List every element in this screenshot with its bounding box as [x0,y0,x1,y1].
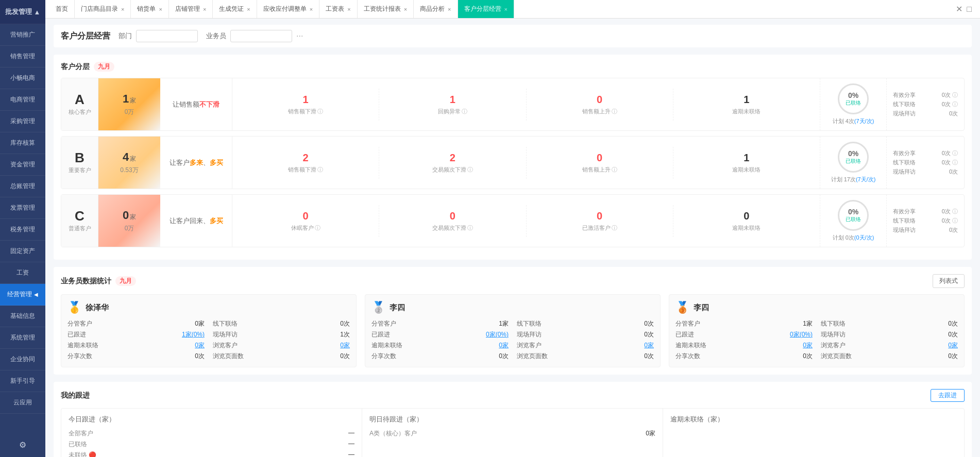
tier-a-name: 核心客户 [69,108,91,116]
tier-a-actions: 有效分享 0次 ⓘ 线下联络 0次 ⓘ 现场拜访 0次 [887,78,964,130]
metric-c-1: 0 休眠客户 ⓘ [232,205,379,237]
followup-col-overdue: 逾期未联络（家） [663,409,964,457]
tab-close-icon[interactable]: × [121,6,124,12]
info-icon[interactable]: ⓘ [317,166,323,174]
sidebar-item-ecom[interactable]: 电商管理 [0,89,45,111]
sidebar-item-label: 企业协同 [10,356,35,363]
tier-a-letter: A [75,93,85,106]
sales-filter: 业务员 ··· [206,30,303,42]
followup-col-today-title: 今日跟进（家） [69,415,354,424]
sidebar-item-cloud[interactable]: 云应用 [0,392,45,414]
metric-b-2: 2 交易频次下滑 ⓘ [379,147,526,179]
info-icon[interactable]: ⓘ [462,108,467,115]
sidebar-item-purchase[interactable]: 采购管理 [0,111,45,132]
tab-close-icon[interactable]: × [404,6,407,12]
list-view-button[interactable]: 列表式 [933,274,965,288]
sidebar-item-assets[interactable]: 固定资产 [0,241,45,262]
sidebar-item-inventory[interactable]: 库存核算 [0,132,45,154]
info-icon[interactable]: ⓘ [317,108,323,115]
salesman-1-name: 徐泽华 [86,303,109,313]
tab-store-products[interactable]: 门店商品目录 × [75,0,131,19]
sidebar-item-tax[interactable]: 税务管理 [0,219,45,241]
stat-row: 分享次数 0次 [67,352,205,361]
tab-store-mgmt[interactable]: 店铺管理 × [169,0,213,19]
sidebar-item-basic[interactable]: 基础信息 [0,306,45,327]
info-icon[interactable]: ⓘ [467,166,473,174]
tab-close-icon[interactable]: × [310,6,313,12]
sidebar-item-label: 税务管理 [10,226,35,233]
tab-customer-tier[interactable]: 客户分层经营 × [458,0,514,19]
tab-ar-ap[interactable]: 应收应付调整单 × [257,0,319,19]
medal-2-icon: 🥈 [371,301,385,314]
sidebar-item-management[interactable]: 经营管理 ◀ [0,284,45,306]
info-icon[interactable]: ⓘ [612,166,617,174]
info-icon[interactable]: ⓘ [612,108,617,115]
sidebar-item-salary[interactable]: 工资 [0,262,45,284]
sidebar-item-finance[interactable]: 资金管理 [0,154,45,176]
info-icon[interactable]: ⓘ [952,159,958,165]
tab-label: 工资表 [326,5,344,13]
info-icon[interactable]: ⓘ [952,101,958,107]
stat-row: 线下联络 0次 [517,319,654,328]
sidebar-gear-button[interactable]: ⚙ [0,433,45,457]
sidebar-item-invoice[interactable]: 发票管理 [0,197,45,219]
tab-close-icon[interactable]: × [247,6,250,12]
sidebar-item-label: 资金管理 [10,161,35,168]
tab-close-icon[interactable]: × [347,6,350,12]
sidebar-item-collab[interactable]: 企业协同 [0,349,45,370]
stat-row: 已跟进 0家(0%) [371,330,509,339]
sidebar-item-system[interactable]: 系统管理 [0,327,45,349]
tier-a-suggestion: 让销售额不下滑 [160,78,232,130]
info-icon[interactable]: ⓘ [952,208,958,214]
sidebar-expand-icon: ◀ [34,292,38,297]
info-icon[interactable]: ⓘ [952,217,958,224]
tier-c-actions: 有效分享 0次 ⓘ 线下联络 0次 ⓘ 现场拜访 0次 [887,195,964,247]
tier-c-count: 0家 0万 [98,195,160,247]
tab-sales-order[interactable]: 销货单 × [131,0,168,19]
sidebar-top-item[interactable]: 批发管理 ▲ [0,0,45,24]
info-icon[interactable]: ⓘ [612,224,617,232]
sidebar-item-label: 小畅电商 [10,74,35,81]
stat-row: 线下联络 0次 [213,319,350,328]
info-icon[interactable]: ⓘ [952,92,958,98]
tab-label: 销货单 [137,5,156,13]
tier-b-letter: B [75,151,85,164]
tab-payroll-report[interactable]: 工资统计报表 × [358,0,414,19]
tab-label: 商品分析 [420,5,445,13]
tab-close-icon[interactable]: × [203,6,206,12]
sidebar-item-guide[interactable]: 新手引导 [0,370,45,392]
tab-close-icon[interactable]: × [159,6,162,12]
sidebar-item-marketing[interactable]: 营销推广 [0,24,45,46]
salesman-3-name: 李四 [694,303,709,313]
more-button[interactable]: ··· [296,31,303,41]
followup-col-tomorrow: 明日待跟进（家） A类（核心）客户 0家 [362,409,663,457]
tab-product-analysis[interactable]: 商品分析 × [414,0,458,19]
info-icon[interactable]: ⓘ [467,224,473,232]
go-followup-button[interactable]: 去跟进 [931,389,965,402]
tab-close-icon[interactable]: × [504,6,508,12]
info-icon[interactable]: ⓘ [952,150,958,156]
dept-select[interactable] [136,30,198,42]
tab-close-icon[interactable]: × [448,6,451,12]
stat-row: 分享次数 0次 [675,352,813,361]
sidebar-item-label: 库存核算 [10,139,35,146]
info-icon[interactable]: ⓘ [315,224,320,232]
tab-home[interactable]: 首页 [49,0,75,19]
sidebar-item-label: 固定资产 [10,247,35,255]
sidebar-item-sales[interactable]: 销售管理 [0,46,45,67]
dept-label: 部门 [119,31,132,41]
tab-gen-voucher[interactable]: 生成凭证 × [213,0,257,19]
tab-label: 应收应付调整单 [263,5,307,13]
tab-payroll[interactable]: 工资表 × [319,0,357,19]
tab-label: 工资统计报表 [364,5,401,13]
month-badge-tier: 九月 [94,62,114,72]
sales-select[interactable] [230,30,292,42]
business-stats-section: 业务员数据统计 九月 列表式 🥇 徐泽华 分管客户 0家 [54,267,972,375]
sidebar-item-ledger[interactable]: 总账管理 [0,176,45,197]
tab-bar: 首页 门店商品目录 × 销货单 × 店铺管理 × 生成凭证 × 应收应付调整单 … [45,0,980,19]
tier-c-contact: 0% 已联络 计划 0次(0天/次) [820,195,887,247]
tab-close-all[interactable]: ✕ □ [952,4,976,14]
sidebar-item-ecom-small[interactable]: 小畅电商 [0,67,45,89]
sidebar-item-label: 新手引导 [10,377,35,384]
sidebar: 批发管理 ▲ 营销推广 销售管理 小畅电商 电商管理 采购管理 库存核算 资金管… [0,0,45,457]
